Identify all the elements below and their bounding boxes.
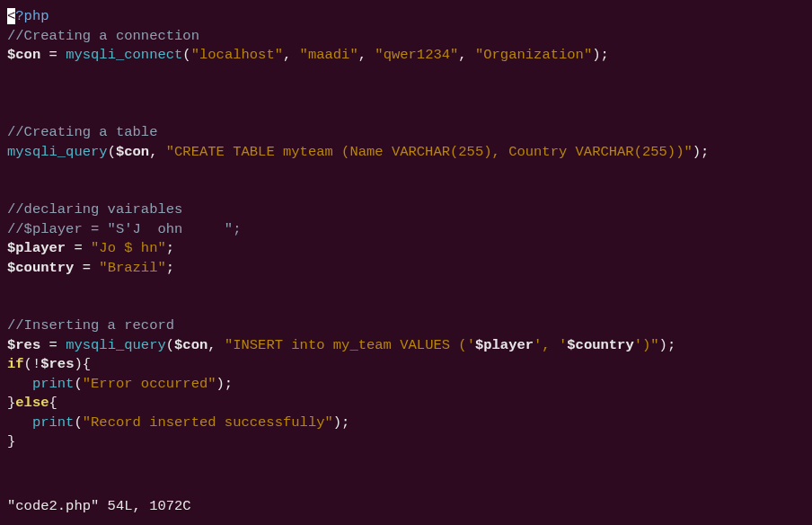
comment: //Inserting a record: [7, 317, 174, 334]
php-tag: ?php: [15, 8, 49, 24]
function: mysqli_query: [66, 337, 166, 353]
function: print: [32, 376, 75, 392]
editor-content[interactable]: <?php //Creating a connection $con = mys…: [7, 7, 805, 452]
variable: $con: [7, 47, 40, 63]
comment: //$player = "S'J ohn ";: [7, 221, 241, 237]
cursor: <: [7, 8, 15, 24]
keyword: else: [15, 395, 49, 411]
keyword: if: [7, 356, 24, 372]
comment: //Creating a table: [7, 124, 157, 140]
function: mysqli_query: [7, 144, 108, 160]
status-line: "code2.php" 54L, 1072C: [7, 497, 191, 517]
function: print: [32, 414, 75, 431]
function: mysqli_connect: [66, 47, 182, 63]
comment: //declaring vairables: [7, 201, 182, 218]
variable: $country: [7, 260, 74, 276]
variable: $res: [7, 337, 40, 353]
comment: //Creating a connection: [7, 28, 199, 44]
variable: $player: [7, 240, 66, 256]
